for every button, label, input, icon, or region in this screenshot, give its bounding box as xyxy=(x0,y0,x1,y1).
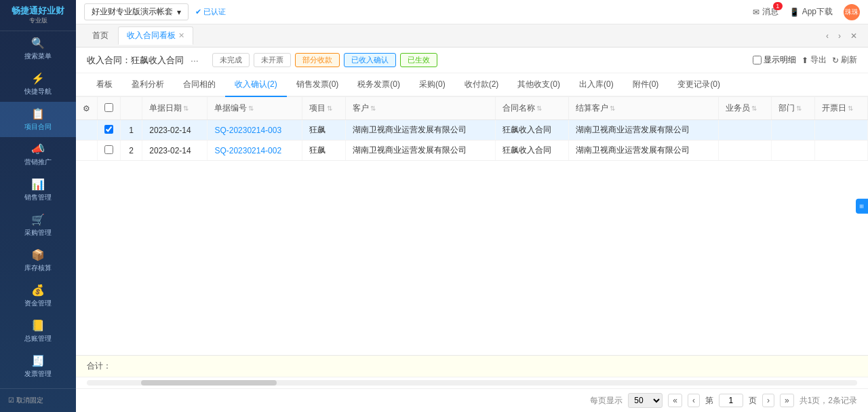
table-row[interactable]: 2 2023-02-14 SQ-20230214-002 狂飙 湖南卫视商业运营… xyxy=(76,141,868,161)
page-size-select[interactable]: 50 20 100 xyxy=(628,393,663,408)
right-sidebar-button[interactable]: ≡ xyxy=(856,198,868,213)
sub-tab-other[interactable]: 其他收支(0) xyxy=(508,73,570,97)
sub-tab-change-log[interactable]: 变更记录(0) xyxy=(668,73,730,97)
status-btn-未完成[interactable]: 未完成 xyxy=(212,53,250,67)
sub-tab-contract-rel[interactable]: 合同相的 xyxy=(174,73,225,97)
td-num-1: 2 xyxy=(121,141,142,161)
tab-close-icon[interactable]: ✕ xyxy=(178,31,184,40)
main-area: 好业财专业版演示帐套 ▾ ✔ 已认证 ✉ 1 消息 📱 App下载 珠珠 xyxy=(76,0,868,412)
td-checkbox-1 xyxy=(98,141,121,161)
th-salesperson[interactable]: 业务员⇅ xyxy=(718,97,771,120)
status-btn-已收入确认[interactable]: 已收入确认 xyxy=(344,53,396,67)
sidebar-label-marketing: 营销推广 xyxy=(24,157,52,167)
sidebar-icon-invoice: 🧾 xyxy=(31,354,45,367)
scroll-thumb[interactable] xyxy=(141,380,277,386)
sub-tab-profit[interactable]: 盈利分析 xyxy=(122,73,174,97)
doc-number-link-1[interactable]: SQ-20230214-002 xyxy=(214,146,281,155)
th-customer[interactable]: 客户⇅ xyxy=(346,97,495,120)
page-input[interactable] xyxy=(719,394,743,407)
tab-next-button[interactable]: › xyxy=(835,30,844,42)
th-settings[interactable]: ⚙ xyxy=(76,97,98,120)
sidebar-item-capital[interactable]: 💰资金管理 xyxy=(0,278,76,314)
sidebar-item-project[interactable]: 📋项目合同 xyxy=(0,102,76,137)
tab-close-button[interactable]: ✕ xyxy=(848,30,860,42)
status-btn-已生效[interactable]: 已生效 xyxy=(400,53,437,67)
row-checkbox-0[interactable] xyxy=(104,125,113,134)
th-row-num xyxy=(121,97,142,120)
th-number-label: 单据编号 xyxy=(214,102,247,114)
sidebar-item-sales[interactable]: 📊销售管理 xyxy=(0,172,76,208)
cert-status: ✔ 已认证 xyxy=(195,7,226,17)
contract-title: 收入合同：狂飙收入合同 xyxy=(87,54,184,67)
refresh-label: 刷新 xyxy=(841,54,857,66)
company-selector[interactable]: 好业财专业版演示帐套 ▾ xyxy=(84,3,189,20)
th-project[interactable]: 项目⇅ xyxy=(302,97,346,120)
show-detail-input[interactable] xyxy=(753,56,762,64)
sub-tab-payment[interactable]: 收付款(2) xyxy=(455,73,509,97)
prev-page-button[interactable]: ‹ xyxy=(688,394,700,407)
status-btn-部分收款[interactable]: 部分收款 xyxy=(295,53,340,67)
tab-home[interactable]: 首页 xyxy=(84,27,117,44)
td-customer-1: 湖南卫视商业运营发展有限公司 xyxy=(346,141,495,161)
table-row[interactable]: 1 2023-02-14 SQ-20230214-003 狂飙 湖南卫视商业运营… xyxy=(76,120,868,141)
td-settings-1 xyxy=(76,141,98,161)
sidebar-item-search[interactable]: 🔍搜索菜单 xyxy=(0,31,76,67)
sub-tab-warehouse[interactable]: 出入库(0) xyxy=(570,73,623,97)
sidebar-item-inventory[interactable]: 📦库存核算 xyxy=(0,243,76,278)
td-project-0: 狂飙 xyxy=(302,120,346,141)
row-checkbox-1[interactable] xyxy=(104,145,113,154)
sidebar-label-quick-nav: 快捷导航 xyxy=(24,87,52,96)
sub-tab-sales-invoice[interactable]: 销售发票(0) xyxy=(287,73,349,97)
th-project-label: 项目 xyxy=(309,102,326,114)
th-department[interactable]: 部门⇅ xyxy=(771,97,814,120)
th-invoice-date[interactable]: 开票日⇅ xyxy=(814,97,867,120)
user-avatar[interactable]: 珠珠 xyxy=(844,4,860,20)
sub-tab-attachments[interactable]: 附件(0) xyxy=(623,73,669,97)
pin-button[interactable]: ☑ 取消固定 xyxy=(5,393,71,408)
td-number-0: SQ-20230214-003 xyxy=(208,120,302,141)
th-contract[interactable]: 合同名称⇅ xyxy=(495,97,568,120)
td-invoice-date-1 xyxy=(814,141,867,161)
sidebar-item-quick-nav[interactable]: ⚡快捷导航 xyxy=(0,67,76,102)
sidebar-label-invoice: 发票管理 xyxy=(24,369,52,379)
tab-contract-board[interactable]: 收入合同看板 ✕ xyxy=(118,26,193,45)
sidebar-icon-inventory: 📦 xyxy=(31,248,45,261)
sidebar-icon-purchase: 🛒 xyxy=(31,213,45,226)
more-options-button[interactable]: ··· xyxy=(191,55,199,66)
sidebar-item-invoice[interactable]: 🧾发票管理 xyxy=(0,349,76,384)
sidebar-item-marketing[interactable]: 📣营销推广 xyxy=(0,137,76,172)
status-btn-未开票[interactable]: 未开票 xyxy=(254,53,291,67)
message-button[interactable]: ✉ 1 消息 xyxy=(753,6,778,18)
sub-tab-tax-invoice[interactable]: 税务发票(0) xyxy=(348,73,410,97)
sidebar-label-capital: 资金管理 xyxy=(24,299,52,308)
refresh-button[interactable]: ↻ 刷新 xyxy=(832,54,857,66)
th-settlement[interactable]: 结算客户⇅ xyxy=(569,97,718,120)
sort-icon: ⇅ xyxy=(183,105,189,112)
sub-tab-kanban[interactable]: 看板 xyxy=(87,73,122,97)
next-page-button[interactable]: › xyxy=(762,394,774,407)
last-page-button[interactable]: » xyxy=(780,394,794,407)
app-download-button[interactable]: 📱 App下载 xyxy=(789,6,833,18)
th-department-label: 部门 xyxy=(778,102,795,114)
th-date[interactable]: 单据日期⇅ xyxy=(142,97,208,120)
sub-tab-income-confirm[interactable]: 收入确认(2) xyxy=(225,73,287,97)
table-header-row: ⚙ 单据日期⇅ 单据编号⇅ 项目⇅ 客户⇅ 合同名称⇅ 结算客户⇅ 业务员⇅ 部… xyxy=(76,97,868,120)
message-badge: 1 xyxy=(773,2,783,10)
sidebar-item-general[interactable]: 📒总账管理 xyxy=(0,314,76,349)
doc-number-link-0[interactable]: SQ-20230214-003 xyxy=(214,126,281,135)
sidebar-icon-quick-nav: ⚡ xyxy=(31,72,45,85)
sidebar-label-project: 项目合同 xyxy=(24,122,52,132)
chevron-down-icon: ▾ xyxy=(177,7,181,17)
sub-tab-purchase[interactable]: 采购(0) xyxy=(410,73,455,97)
show-detail-checkbox[interactable]: 显示明细 xyxy=(753,54,796,66)
select-all-checkbox[interactable] xyxy=(104,103,113,112)
app-logo: 畅捷通好业财 专业版 xyxy=(0,0,76,31)
export-button[interactable]: ⬆ 导出 xyxy=(802,54,827,66)
first-page-button[interactable]: « xyxy=(668,394,682,407)
td-contract-0: 狂飙收入合同 xyxy=(495,120,568,141)
th-number[interactable]: 单据编号⇅ xyxy=(208,97,302,120)
tab-prev-button[interactable]: ‹ xyxy=(823,30,831,42)
sidebar: 畅捷通好业财 专业版 🔍搜索菜单⚡快捷导航📋项目合同📣营销推广📊销售管理🛒采购管… xyxy=(0,0,76,412)
sort-icon-6: ⇅ xyxy=(610,105,615,112)
sidebar-item-purchase[interactable]: 🛒采购管理 xyxy=(0,208,76,243)
